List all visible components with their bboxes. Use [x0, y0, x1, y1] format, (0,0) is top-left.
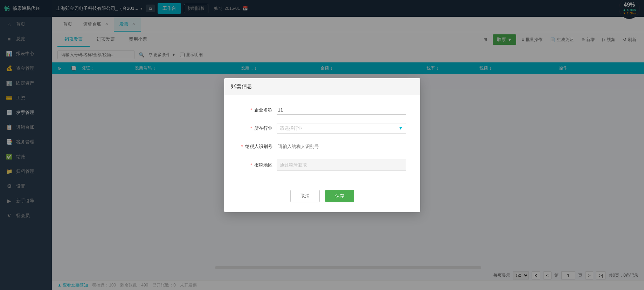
- company-name-label: * 企业名称: [238, 107, 277, 113]
- industry-row: * 所在行业 请选择行业 ▼: [238, 123, 406, 134]
- select-dropdown-icon: ▼: [399, 126, 403, 131]
- modal-footer: 取消 保存: [224, 186, 420, 212]
- industry-label: * 所在行业: [238, 125, 277, 131]
- industry-select[interactable]: 请选择行业 ▼: [277, 123, 406, 134]
- tax-id-row: * 纳税人识别号: [238, 142, 406, 151]
- tax-region-row: * 报税地区 通过税号获取: [238, 160, 406, 171]
- cancel-button[interactable]: 取消: [290, 190, 320, 202]
- tax-region-label: * 报税地区: [238, 162, 277, 168]
- modal-title: 账套信息: [224, 78, 420, 95]
- company-name-row: * 企业名称: [238, 106, 406, 115]
- tax-region-readonly: 通过税号获取: [277, 160, 406, 171]
- modal-body: * 企业名称 * 所在行业 请选择行业 ▼ * 纳税人识别号: [224, 95, 420, 186]
- account-info-modal: 账套信息 * 企业名称 * 所在行业 请选择行业 ▼ * 纳税人识别: [224, 78, 420, 212]
- save-button[interactable]: 保存: [325, 190, 354, 202]
- company-name-input[interactable]: [277, 106, 406, 115]
- tax-id-label: * 纳税人识别号: [238, 143, 277, 150]
- tax-id-input[interactable]: [277, 142, 406, 151]
